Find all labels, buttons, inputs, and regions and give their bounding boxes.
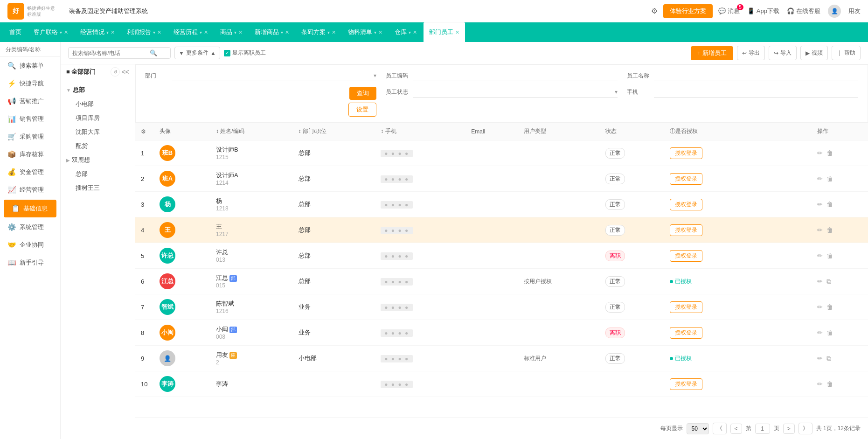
op-icons: ✏🗑 [817,201,862,208]
try-button[interactable]: 体验行业方案 [663,4,713,18]
delete-icon[interactable]: 🗑 [826,303,833,311]
edit-icon[interactable]: ✏ [817,201,823,208]
nav-tab-barcode[interactable]: 条码方案▾✕ [296,22,341,42]
online-service-btn[interactable]: 🎧 在线客服 [787,7,820,15]
edit-icon[interactable]: ✏ [817,303,823,311]
sidebar-item-quicknav[interactable]: ⚡ 快捷导航 [0,75,60,92]
filter-dept-select[interactable]: ▾ [172,70,376,81]
help-button[interactable]: ｜ 帮助 [832,46,861,60]
dept-item-shenyang[interactable]: 沈阳大库 [61,125,135,139]
export-button[interactable]: ↩ 导出 [737,46,765,60]
filter-phone-input[interactable] [654,87,858,98]
col-dept[interactable]: ↕ 部门/职位 [293,123,375,140]
nav-tab-staff[interactable]: 部门员工✕ [424,22,465,42]
sidebar-item-sales[interactable]: 📊 销售管理 [0,110,60,128]
import-button[interactable]: ↪ 导入 [769,46,797,60]
sidebar-item-operations[interactable]: 📈 经营管理 [0,181,60,199]
add-employee-button[interactable]: + 新增员工 [691,46,733,60]
dept-item-xiangmu[interactable]: 项目库房 [61,111,135,125]
more-filter-btn[interactable]: ▼ 更多条件 ▲ [174,47,220,59]
sidebar-item-marketing[interactable]: 📢 营销推广 [0,92,60,110]
auth-button[interactable]: 授权登录 [670,199,702,210]
edit-icon[interactable]: ✏ [817,175,823,182]
delete-icon[interactable]: 🗑 [826,149,833,157]
view-button[interactable]: ▶ 视频 [800,46,828,60]
dept-item-headquarter[interactable]: ▼总部 [61,83,135,97]
edit-icon[interactable]: ✏ [817,278,823,285]
edit-icon[interactable]: ✏ [817,380,823,388]
col-settings[interactable]: ⚙ [135,123,154,140]
edit-icon[interactable]: ✏ [817,252,823,259]
show-resigned-toggle[interactable]: ✓ 显示离职员工 [224,49,266,57]
sidebar-item-finance[interactable]: 💰 资金管理 [0,163,60,181]
delete-icon[interactable]: 🗑 [826,252,833,259]
op-icons: ✏🗑 [817,303,862,311]
delete-icon[interactable]: 🗑 [826,329,833,336]
filter-search-btn[interactable]: 查询 [349,87,376,100]
sidebar-item-basic-info[interactable]: 📋 基础信息 [4,200,56,217]
sidebar-item-inventory[interactable]: 📦 库存核算 [0,146,60,163]
refresh-dept-icon[interactable]: ↺ [111,67,120,77]
next-page-btn[interactable]: > [783,424,795,434]
delete-icon[interactable]: 🗑 [826,380,833,388]
nav-tab-add-goods[interactable]: 新增商品▾✕ [249,22,295,42]
nav-tab-warehouse[interactable]: 仓库▾✕ [389,22,423,42]
nav-tab-bom[interactable]: 物料清单▾✕ [342,22,388,42]
user-avatar[interactable]: 👤 [828,5,841,18]
filter-empname-input[interactable] [654,70,858,81]
collapse-dept-btn[interactable]: << [122,68,129,76]
edit-icon[interactable]: ✏ [817,329,823,336]
nav-tab-home[interactable]: 首页 [4,22,27,42]
auth-button[interactable]: 授权登录 [670,301,702,313]
search-input[interactable] [72,50,147,56]
nav-tab-goods[interactable]: 商品▾✕ [215,22,248,42]
table-row-highlighted: 4 王 王1217 总部 ● ● ● ● 正常 授权登录 ✏🗑 [135,217,868,243]
dept-item-zongbu[interactable]: 总部 [61,167,135,181]
delete-icon[interactable]: 🗑 [826,226,833,234]
nav-tab-operations[interactable]: 经营情况▾✕ [75,22,120,42]
edit-icon[interactable]: ✏ [817,226,823,234]
phone-blurred: ● ● ● ● [381,329,413,337]
copy-icon[interactable]: ⧉ [826,355,831,362]
filter-empcode-input[interactable] [413,70,617,81]
nav-tab-profit[interactable]: 利润报告▾✕ [121,22,167,42]
col-name[interactable]: ↕ 姓名/编码 [210,123,293,140]
nav-tab-history[interactable]: 经营历程▾✕ [168,22,214,42]
prev-page-btn[interactable]: < [730,424,742,434]
auth-button[interactable]: 授权登录 [670,327,702,339]
app-download-btn[interactable]: 📱 App下载 [747,7,779,15]
edit-icon[interactable]: ✏ [817,355,823,362]
sidebar-item-system[interactable]: ⚙️ 系统管理 [0,218,60,236]
sidebar-item-search[interactable]: 🔍 搜索菜单 [0,57,60,75]
dept-item-shuanglu[interactable]: ▶双鹿想 [61,153,135,167]
auth-button[interactable]: 授权登录 [670,378,702,390]
dept-item-chashuwang[interactable]: 插树王三 [61,181,135,195]
filter-reset-btn[interactable]: 设置 [348,103,376,117]
dept-item-peihuo[interactable]: 配货 [61,139,135,153]
messages-btn[interactable]: 💬 消息 5 [718,7,740,15]
nav-bar: 首页 客户联络▾✕ 经营情况▾✕ 利润报告▾✕ 经营历程▾✕ 商品▾✕ 新增商品… [0,22,868,42]
auth-button[interactable]: 授权登录 [670,224,702,236]
auth-button[interactable]: 授权登录 [670,250,702,262]
last-page-btn[interactable]: 》 [799,423,812,434]
edit-icon[interactable]: ✏ [817,149,823,157]
first-page-btn[interactable]: 《 [713,423,727,434]
nav-tab-customer[interactable]: 客户联络▾✕ [28,22,74,42]
sidebar-item-collab[interactable]: 🤝 企业协同 [0,236,60,254]
delete-icon[interactable]: 🗑 [826,175,833,182]
page-size-select[interactable]: 50 [687,423,709,434]
auth-button[interactable]: 授权登录 [670,173,702,185]
col-phone[interactable]: ↕ 手机 [375,123,465,140]
sidebar-item-purchase[interactable]: 🛒 采购管理 [0,128,60,146]
basic-info-icon: 📋 [11,204,20,213]
delete-icon[interactable]: 🗑 [826,201,833,208]
filter-status-select[interactable]: ▾ [413,87,617,98]
sidebar-search-input[interactable] [6,46,61,53]
copy-icon[interactable]: ⧉ [826,278,831,286]
gear-icon[interactable]: ⚙ [651,7,658,15]
dept-tree-header[interactable]: ■ 全部部门 ↺ << [61,64,135,79]
auth-button[interactable]: 授权登录 [670,147,702,159]
dept-item-xiaodibu[interactable]: 小电部 [61,97,135,111]
op-icons: ✏⧉ [817,278,862,286]
sidebar-item-guide[interactable]: 📖 新手引导 [0,254,60,272]
